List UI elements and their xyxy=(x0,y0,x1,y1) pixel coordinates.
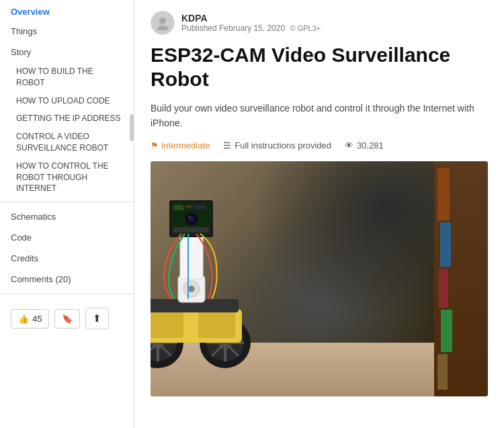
sidebar: Overview Things Story HOW TO BUILD THE R… xyxy=(0,0,134,428)
svg-point-29 xyxy=(189,216,191,218)
article-description: Build your own video surveillance robot … xyxy=(151,101,488,131)
robot-illustration xyxy=(151,181,269,370)
like-icon: 👍 xyxy=(18,314,29,324)
sidebar-item-comments[interactable]: Comments (20) xyxy=(0,269,134,290)
author-name[interactable]: KDPA xyxy=(181,13,321,24)
author-meta: Published February 15, 2020 © GPL3+ xyxy=(181,24,321,33)
views-icon: 👁 xyxy=(345,140,353,151)
bookmark-button[interactable]: 🔖 xyxy=(54,309,80,329)
share-icon: ⬆ xyxy=(93,312,101,325)
instructions-icon: ☰ xyxy=(223,140,231,151)
sidebar-item-control-internet[interactable]: HOW TO CONTROL THE ROBOT THROUGH INTERNE… xyxy=(0,157,134,198)
views-count: 30,281 xyxy=(357,140,384,151)
sidebar-item-story[interactable]: Story xyxy=(0,42,134,62)
svg-rect-32 xyxy=(185,205,192,208)
sidebar-scrollbar-thumb[interactable] xyxy=(130,114,134,141)
sidebar-item-schematics[interactable]: Schematics xyxy=(0,206,134,227)
sidebar-item-overview[interactable]: Overview xyxy=(0,0,134,21)
hero-image xyxy=(151,161,488,396)
sidebar-item-how-to-build[interactable]: HOW TO BUILD THE ROBOT xyxy=(0,62,134,92)
author-info: KDPA Published February 15, 2020 © GPL3+ xyxy=(181,13,321,33)
difficulty-label: Intermediate xyxy=(161,140,210,151)
svg-rect-17 xyxy=(151,312,183,338)
svg-point-1 xyxy=(157,26,168,30)
sidebar-actions: 👍 45 🔖 ⬆ xyxy=(0,298,134,339)
difficulty-icon: ⚑ xyxy=(151,140,159,151)
sidebar-item-getting-ip[interactable]: GETTING THE IP ADDRESS xyxy=(0,110,134,128)
article-title: ESP32-CAM Video Surveillance Robot xyxy=(151,43,488,91)
divider xyxy=(0,202,134,202)
instructions-badge: ☰ Full instructions provided xyxy=(223,140,331,151)
svg-point-0 xyxy=(159,17,166,24)
like-count: 45 xyxy=(32,314,42,324)
svg-rect-23 xyxy=(180,235,203,279)
share-button[interactable]: ⬆ xyxy=(85,308,109,329)
instructions-label: Full instructions provided xyxy=(235,140,331,151)
hero-image-bg xyxy=(151,161,488,396)
avatar xyxy=(151,11,175,35)
sidebar-item-credits[interactable]: Credits xyxy=(0,248,134,269)
svg-rect-31 xyxy=(173,205,183,210)
sidebar-item-control-video[interactable]: CONTROL A VIDEO SURVEILLANCE ROBOT xyxy=(0,128,134,157)
sidebar-item-code[interactable]: Code xyxy=(0,227,134,248)
svg-rect-33 xyxy=(194,205,206,209)
svg-rect-18 xyxy=(198,312,235,338)
like-button[interactable]: 👍 45 xyxy=(11,309,49,329)
bookmark-icon: 🔖 xyxy=(62,314,73,324)
bookshelf xyxy=(434,161,488,396)
published-date: Published February 15, 2020 xyxy=(181,24,285,33)
sidebar-item-how-to-upload[interactable]: HOW TO UPLOAD CODE xyxy=(0,92,134,110)
svg-point-22 xyxy=(188,286,195,292)
meta-row: ⚑ Intermediate ☰ Full instructions provi… xyxy=(151,140,488,151)
author-row: KDPA Published February 15, 2020 © GPL3+ xyxy=(151,11,488,35)
difficulty-badge: ⚑ Intermediate xyxy=(151,140,210,151)
sidebar-item-things[interactable]: Things xyxy=(0,21,134,42)
license-badge: © GPL3+ xyxy=(290,24,321,32)
divider-2 xyxy=(0,294,134,294)
svg-rect-30 xyxy=(173,227,209,232)
views-badge: 👁 30,281 xyxy=(345,140,384,151)
main-content: KDPA Published February 15, 2020 © GPL3+… xyxy=(134,0,504,428)
